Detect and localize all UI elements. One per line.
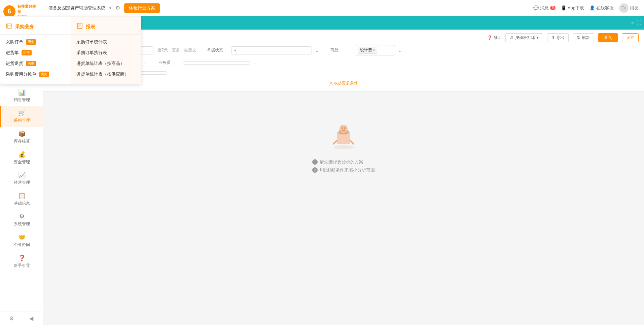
- message-label: 消息: [540, 5, 549, 11]
- info-icon: 📋: [18, 192, 26, 200]
- header-dropdown-arrow[interactable]: ▾: [109, 6, 111, 10]
- guide-icon: ❓: [18, 254, 26, 262]
- print-btn[interactable]: 🖨 按模板打印 ▾: [505, 33, 543, 42]
- date-shortcut-custom[interactable]: 自定义: [184, 47, 196, 53]
- expense-history: 历史: [43, 72, 49, 77]
- service-icon: 👤: [589, 5, 595, 10]
- export-btn[interactable]: ⬆ 导出: [547, 33, 569, 42]
- header-gear-icon[interactable]: ⚙: [115, 5, 120, 11]
- refresh-icon: ↻: [577, 35, 580, 40]
- rank-dots[interactable]: ...: [144, 60, 148, 65]
- goods-tag-close-icon[interactable]: ×: [373, 48, 375, 52]
- app-icon: 📱: [561, 5, 566, 10]
- goods-input[interactable]: 设计费 ×: [355, 45, 395, 55]
- empty-tips: 1 请先选择要分析的方案 2 用[过滤]条件来缩小分析范围: [312, 159, 374, 175]
- dropdown-item-purchase-order[interactable]: 采购订单 历史: [43, 37, 71, 47]
- sidebar-item-basic-info[interactable]: 📋 基础信息: [0, 189, 43, 210]
- svg-point-3: [339, 125, 348, 133]
- salesperson-input[interactable]: [183, 61, 250, 65]
- sidebar-item-purchase[interactable]: 🛒 采购管理: [0, 106, 43, 127]
- industry-btn[interactable]: 体验行业方案: [124, 3, 160, 13]
- system-name: 装备及固定资产辅助管理系统: [48, 5, 105, 11]
- user-item[interactable]: Ea 用友: [619, 3, 639, 13]
- report-col-icon: [76, 23, 83, 31]
- svg-line-7: [333, 140, 337, 144]
- finance-icon: 💰: [18, 151, 26, 158]
- operations-icon: 📈: [18, 171, 26, 179]
- app-layout: 6 畅捷通好生意 标准版 🔍 搜索菜单 🏠 快捷导航 📣 营销推广 📊 销售管理: [0, 0, 644, 325]
- dropdown-item-inbound-by-supplier[interactable]: 进货单统计表（按供应商）: [71, 69, 141, 80]
- app-label: App下载: [568, 5, 584, 11]
- sidebar-bottom: ⚙ ◀: [0, 312, 43, 325]
- order-stats-label: 采购订单统计表: [76, 39, 107, 45]
- sidebar-item-label: 基础信息: [14, 201, 30, 206]
- sidebar-item-system[interactable]: ⚙ 系统管理: [0, 209, 43, 230]
- svg-line-8: [350, 140, 354, 144]
- customer-dots[interactable]: ...: [171, 70, 175, 75]
- service-label: 在线客服: [596, 5, 614, 11]
- dropdown-col-report-header: 报表: [71, 21, 141, 35]
- export-icon: ⬆: [551, 35, 555, 40]
- collapse-label: 收起更多条件: [334, 80, 358, 86]
- order-exec-label: 采购订单执行表: [76, 50, 107, 56]
- dropdown-col-report-title: 报表: [86, 24, 95, 30]
- date-shortcut-more[interactable]: 更多: [172, 47, 180, 53]
- sidebar-item-label: 新手引导: [14, 263, 30, 269]
- settings-btn[interactable]: 设置: [622, 33, 639, 42]
- collapse-arrow-icon: ⋀: [329, 81, 333, 86]
- window-close-icon[interactable]: ×: [631, 20, 634, 26]
- doc-status-arrow: ▾: [234, 48, 236, 53]
- salesperson-label: 业务员: [158, 60, 179, 66]
- avatar: Ea: [619, 3, 629, 13]
- dropdown-item-return[interactable]: 进货退货 历史: [43, 58, 71, 69]
- app-download-item[interactable]: 📱 App下载: [561, 5, 584, 11]
- collab-icon: 🤝: [18, 234, 26, 241]
- dropdown-col-purchase-header: 采购业务: [43, 21, 71, 35]
- sidebar-collapse-btn[interactable]: ◀: [23, 315, 40, 322]
- salesperson-dots[interactable]: ...: [254, 60, 258, 65]
- doc-status-label: 单据状态: [207, 47, 227, 53]
- svg-rect-4: [342, 133, 346, 134]
- print-arrow-icon: ▾: [537, 35, 539, 40]
- sidebar-settings-btn[interactable]: ⚙: [3, 315, 20, 322]
- sidebar-item-collaboration[interactable]: 🤝 企业协同: [0, 230, 43, 251]
- message-badge: 9: [550, 6, 556, 10]
- inbound-by-supplier-label: 进货单统计表（按供应商）: [76, 71, 129, 77]
- goods-tag: 设计费 ×: [358, 47, 378, 54]
- user-label: 用友: [630, 5, 639, 11]
- sidebar-item-operations[interactable]: 📈 经营管理: [0, 168, 43, 189]
- refresh-btn[interactable]: ↻ 刷新: [573, 33, 594, 42]
- empty-state: 1 请先选择要分析的方案 2 用[过滤]条件来缩小分析范围: [43, 92, 644, 202]
- inbound-by-goods-label: 进货单统计表（按商品）: [76, 60, 124, 67]
- help-btn[interactable]: ❓ 帮助: [487, 35, 501, 41]
- dropdown-menu: 采购业务 采购订单 历史 进货单 历史 进货退货 历史 采购费用分摊单 历史: [43, 16, 141, 84]
- empty-tip-2: 用[过滤]条件来缩小分析范围: [320, 167, 374, 173]
- sidebar-item-inventory[interactable]: 📦 库存核算: [0, 127, 43, 148]
- sidebar-item-sales[interactable]: 📊 销售管理: [0, 85, 43, 106]
- empty-tip-1: 请先选择要分析的方案: [320, 159, 363, 165]
- sidebar-item-label: 库存核算: [14, 139, 30, 144]
- online-service-item[interactable]: 👤 在线客服: [589, 5, 614, 11]
- query-btn[interactable]: 查询: [598, 33, 618, 42]
- message-item[interactable]: 💬 消息 9: [533, 5, 556, 11]
- date-shortcut-7d[interactable]: 近7天: [157, 47, 168, 53]
- empty-illustration: [327, 119, 360, 152]
- sidebar-item-label: 经营管理: [14, 180, 30, 186]
- doc-status-dots[interactable]: ...: [316, 48, 320, 53]
- doc-status-input[interactable]: ▾: [231, 46, 312, 54]
- sidebar-item-label: 销售管理: [14, 97, 30, 103]
- system-icon: ⚙: [19, 213, 25, 220]
- dropdown-item-inbound[interactable]: 进货单 历史: [43, 47, 71, 58]
- dropdown-item-inbound-by-goods[interactable]: 进货单统计表（按商品）: [71, 58, 141, 69]
- sidebar-item-label: 企业协同: [14, 242, 30, 248]
- dropdown-item-order-exec[interactable]: 采购订单执行表: [71, 47, 141, 58]
- sidebar-item-label: 系统管理: [14, 221, 30, 227]
- sidebar-item-finance[interactable]: 💰 资金管理: [0, 148, 43, 168]
- sidebar-item-guide[interactable]: ❓ 新手引导: [0, 251, 43, 272]
- dropdown-item-expense[interactable]: 采购费用分摊单 历史: [43, 69, 71, 80]
- goods-dots[interactable]: ...: [399, 48, 403, 53]
- help-icon: ❓: [487, 35, 492, 40]
- sidebar-item-label: 采购管理: [14, 118, 30, 123]
- dropdown-item-order-stats[interactable]: 采购订单统计表: [71, 37, 141, 47]
- window-expand-icon[interactable]: ⛶: [637, 20, 641, 26]
